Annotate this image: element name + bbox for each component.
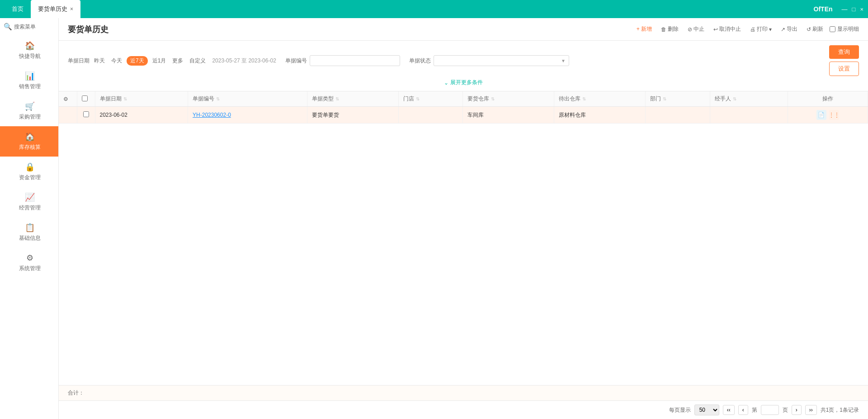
status-label: 单据状态 (409, 57, 431, 65)
col-pendingwarehouse-label: 待出仓库 (559, 95, 580, 102)
print-label: 打印 (757, 25, 768, 33)
sidebar-item-basic-info[interactable]: 📋 基础信息 (0, 217, 58, 248)
sidebar-item-quick-nav[interactable]: 🏠 快捷导航 (0, 35, 58, 66)
sidebar-item-finance[interactable]: 🔒 资金管理 (0, 157, 58, 187)
settings-button[interactable]: 设置 (829, 62, 859, 76)
select-all-checkbox[interactable] (82, 95, 88, 101)
display-detail-label: 显示明细 (837, 25, 859, 33)
minimize-btn[interactable]: — (842, 6, 848, 13)
page-input[interactable]: 1 (761, 405, 779, 415)
basic-info-icon: 📋 (25, 223, 35, 233)
sidebar-label-sales: 销售管理 (19, 83, 41, 90)
maximize-btn[interactable]: □ (852, 6, 856, 13)
display-detail-checkbox[interactable] (830, 26, 835, 32)
prev-single-button[interactable]: ‹ (738, 405, 748, 415)
col-header-checkbox[interactable] (77, 91, 95, 107)
close-btn[interactable]: × (860, 6, 863, 13)
sidebar-item-system[interactable]: ⚙ 系统管理 (0, 248, 58, 278)
print-icon: 🖨 (750, 26, 755, 33)
sidebar-item-purchase[interactable]: 🛒 采购管理 (0, 96, 58, 126)
right-buttons: 查询 设置 (829, 45, 859, 76)
sales-icon: 📊 (25, 71, 35, 81)
sidebar-item-sales[interactable]: 📊 销售管理 (0, 66, 58, 96)
display-detail-toggle[interactable]: 显示明细 (830, 25, 859, 33)
cancel-stop-button[interactable]: ↩ 取消中止 (711, 24, 744, 35)
date-tab-7days[interactable]: 近7天 (127, 56, 148, 66)
print-button[interactable]: 🖨 打印 ▾ (747, 24, 774, 35)
inventory-icon: 🏠 (25, 132, 35, 142)
delete-icon: 🗑 (661, 26, 666, 33)
docno-input[interactable] (310, 55, 400, 66)
sidebar-label-quick-nav: 快捷导航 (19, 52, 41, 60)
col-store-label: 门店 (403, 95, 414, 102)
cancel-stop-icon: ↩ (713, 26, 718, 33)
print-arrow-icon: ▾ (769, 26, 772, 33)
col-reqwarehouse-sort-icon[interactable]: ⇅ (491, 96, 495, 101)
sidebar-item-operations[interactable]: 📈 经营管理 (0, 187, 58, 217)
date-tab-1month[interactable]: 近1月 (151, 56, 168, 66)
home-icon: 🏠 (25, 41, 35, 51)
date-tab-yesterday[interactable]: 昨天 (92, 56, 107, 66)
query-button[interactable]: 查询 (829, 45, 859, 59)
col-store-sort-icon[interactable]: ⇅ (416, 96, 420, 101)
col-date-sort-icon[interactable]: ⇅ (123, 96, 127, 101)
status-select-wrapper (434, 55, 569, 66)
export-icon: ↗ (781, 26, 785, 33)
refresh-button[interactable]: ↺ 刷新 (804, 24, 826, 35)
col-docno-sort-icon[interactable]: ⇅ (216, 96, 220, 101)
prev-page-button[interactable]: ‹‹ (723, 405, 735, 415)
date-tabs: 昨天 今天 近7天 近1月 更多 自定义 (92, 56, 208, 66)
row-settings (59, 107, 77, 124)
row-docno[interactable]: YH-20230602-0 (188, 107, 307, 124)
col-date-label: 单据日期 (100, 95, 122, 102)
stop-button[interactable]: ⊘ 中止 (685, 24, 707, 35)
main-layout: 🔍 搜索菜单 🏠 快捷导航 📊 销售管理 🛒 采购管理 🏠 库存核算 🔒 资金管… (0, 18, 868, 419)
sidebar-label-purchase: 采购管理 (19, 113, 41, 121)
status-select[interactable] (434, 55, 569, 66)
col-header-handler: 经手人⇅ (710, 91, 788, 107)
delete-button[interactable]: 🗑 删除 (658, 24, 681, 35)
col-department-sort-icon[interactable]: ⇅ (663, 96, 666, 101)
row-docno-link[interactable]: YH-20230602-0 (193, 112, 231, 118)
row-edit-button[interactable]: ⋮⋮ (829, 110, 839, 120)
top-bar-right: OfTEn — □ × (814, 5, 863, 13)
sidebar-search-label: 搜索菜单 (14, 23, 36, 31)
content-area: 要货单历史 + 新增 🗑 删除 ⊘ 中止 ↩ 取消中止 🖨 打印 (59, 18, 868, 419)
date-tab-more[interactable]: 更多 (170, 56, 185, 66)
date-tab-today[interactable]: 今天 (109, 56, 124, 66)
tab-requisition-history[interactable]: 要货单历史 × (31, 0, 80, 18)
sidebar-label-inventory: 库存核算 (19, 143, 41, 151)
col-header-settings[interactable]: ⚙ (59, 91, 77, 107)
col-header-pendingwarehouse: 待出仓库⇅ (554, 91, 646, 107)
date-tab-custom[interactable]: 自定义 (188, 56, 208, 66)
col-header-actions: 操作 (788, 91, 868, 107)
delete-label: 删除 (668, 25, 679, 33)
table-row[interactable]: 2023-06-02 YH-20230602-0 要货单要货 车间库 原材料仓库… (59, 107, 868, 124)
col-handler-label: 经手人 (715, 95, 731, 102)
col-department-label: 部门 (650, 95, 661, 102)
col-header-reqwarehouse: 要货仓库⇅ (463, 91, 554, 107)
sidebar-label-finance: 资金管理 (19, 174, 41, 181)
sidebar-search[interactable]: 🔍 搜索菜单 (0, 18, 58, 35)
col-doctype-sort-icon[interactable]: ⇅ (335, 96, 339, 101)
filter-row-1: 单据日期 昨天 今天 近7天 近1月 更多 自定义 2023-05-27 至 2… (68, 45, 859, 76)
tab-close-icon[interactable]: × (70, 6, 73, 12)
row-date: 2023-06-02 (95, 107, 188, 124)
next-single-button[interactable]: › (792, 405, 802, 415)
next-page-button[interactable]: ›› (805, 405, 817, 415)
expand-more[interactable]: ⌄ 展开更多条件 (68, 79, 859, 86)
col-handler-sort-icon[interactable]: ⇅ (733, 96, 736, 101)
new-button[interactable]: + 新增 (634, 24, 655, 35)
sidebar: 🔍 搜索菜单 🏠 快捷导航 📊 销售管理 🛒 采购管理 🏠 库存核算 🔒 资金管… (0, 18, 59, 419)
expand-label: 展开更多条件 (450, 79, 483, 86)
sidebar-label-system: 系统管理 (19, 265, 41, 272)
sidebar-item-inventory[interactable]: 🏠 库存核算 (0, 126, 58, 157)
export-button[interactable]: ↗ 导出 (778, 24, 800, 35)
tab-home[interactable]: 首页 (5, 0, 31, 18)
data-table: ⚙ 单据日期⇅ 单据编号⇅ 单据类型⇅ 门店⇅ 要货仓库⇅ 待出仓库⇅ 部门⇅ … (59, 91, 868, 124)
row-checkbox[interactable] (77, 107, 95, 124)
row-select-checkbox[interactable] (83, 111, 89, 117)
row-view-button[interactable]: 📄 (816, 110, 826, 120)
col-pendingwarehouse-sort-icon[interactable]: ⇅ (582, 96, 586, 101)
page-size-select[interactable]: 10 20 50 100 (694, 405, 719, 415)
